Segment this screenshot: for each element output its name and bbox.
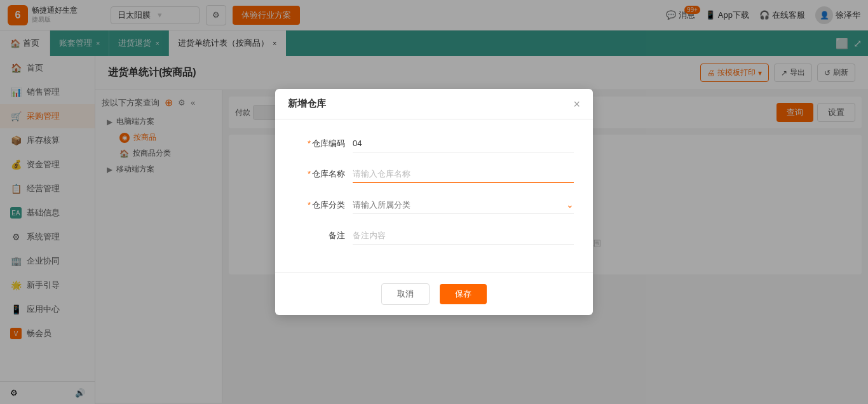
- note-input[interactable]: [353, 227, 574, 245]
- cancel-button[interactable]: 取消: [381, 283, 430, 305]
- dialog-title: 新增仓库: [288, 98, 326, 110]
- name-label: 仓库名称: [294, 168, 345, 180]
- dialog-close-icon[interactable]: ×: [573, 98, 580, 110]
- category-input[interactable]: [353, 200, 566, 210]
- form-row-code: 仓库编码: [294, 135, 574, 152]
- new-warehouse-dialog: 新增仓库 × 仓库编码 仓库名称 仓库分类 ⌄: [275, 89, 593, 315]
- category-select-row: ⌄: [353, 196, 574, 214]
- save-button[interactable]: 保存: [440, 284, 487, 304]
- form-row-note: 备注: [294, 227, 574, 245]
- form-row-category: 仓库分类 ⌄: [294, 196, 574, 214]
- dialog-body: 仓库编码 仓库名称 仓库分类 ⌄ 备注: [275, 119, 593, 273]
- form-row-name: 仓库名称: [294, 165, 574, 183]
- note-label: 备注: [294, 230, 345, 241]
- dialog-header: 新增仓库 ×: [275, 89, 593, 119]
- name-input[interactable]: [353, 165, 574, 183]
- category-dropdown-icon[interactable]: ⌄: [566, 199, 574, 210]
- modal-overlay[interactable]: 新增仓库 × 仓库编码 仓库名称 仓库分类 ⌄: [0, 0, 868, 404]
- category-label: 仓库分类: [294, 199, 345, 211]
- dialog-footer: 取消 保存: [275, 273, 593, 315]
- code-label: 仓库编码: [294, 138, 345, 149]
- code-input[interactable]: [353, 135, 574, 152]
